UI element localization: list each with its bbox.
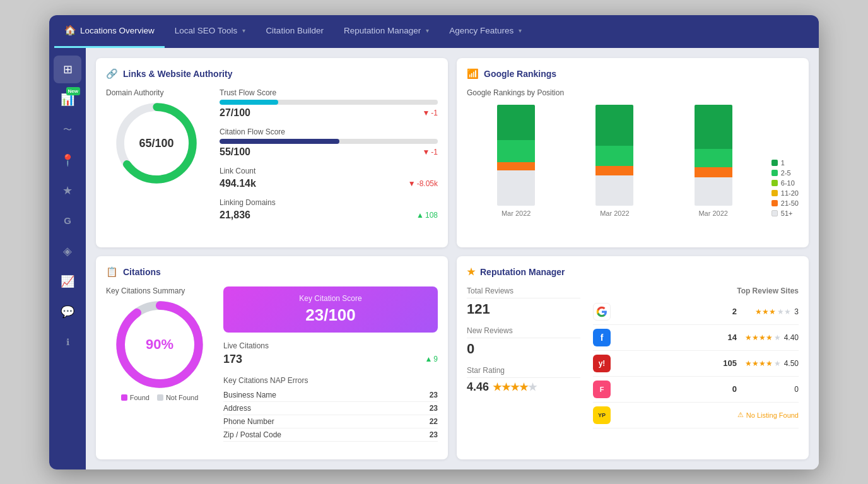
stacked-bar-3 xyxy=(695,105,732,206)
citation-flow-value: 55/100 xyxy=(220,146,250,158)
legend-label-1: 1 xyxy=(781,159,785,167)
info-icon: ℹ xyxy=(66,337,69,347)
nap-business-name-label: Business Name xyxy=(223,391,276,399)
citations-legend: Found Not Found xyxy=(121,394,199,401)
bar-seg-21-50-2 xyxy=(595,166,633,175)
nap-errors-title: Key Citations NAP Errors xyxy=(223,376,438,385)
reputation-title: Reputation Manager xyxy=(480,267,565,277)
legend-label-21-50: 21-50 xyxy=(781,199,799,207)
new-reviews-value: 0 xyxy=(467,341,580,357)
trust-flow-fill xyxy=(220,100,278,105)
arrow-up-icon: ▲ xyxy=(416,211,424,220)
review-site-yelp: y! 105 ★★★★★ 4.50 xyxy=(593,351,799,377)
new-badge: New xyxy=(66,87,80,95)
bar-group-3: Mar 2022 xyxy=(664,105,763,217)
sidebar-item-messages[interactable]: 💬 xyxy=(54,298,81,326)
nav-item-locations-overview[interactable]: 🏠 Locations Overview xyxy=(54,15,165,48)
sidebar-item-reports[interactable]: 📈 xyxy=(54,268,81,295)
nap-row-business-name: Business Name 23 xyxy=(223,389,438,402)
linking-domains-change: ▲ 108 xyxy=(416,211,438,220)
legend-label-51plus: 51+ xyxy=(781,210,793,217)
sidebar-item-reviews[interactable]: ★ xyxy=(54,177,81,204)
citation-flow-track xyxy=(220,139,438,144)
no-listing-text: No Listing Found xyxy=(746,411,799,419)
reputation-header: ★ Reputation Manager xyxy=(467,266,799,278)
trust-flow-change: ▼ -1 xyxy=(422,109,438,117)
citations-title: Citations xyxy=(123,267,161,277)
google-rating: ★★★★★ 3 xyxy=(742,307,799,316)
trust-flow-value: 27/100 xyxy=(220,107,250,119)
sidebar-item-schema[interactable]: ◈ xyxy=(54,237,81,265)
facebook-rating-value: 4.40 xyxy=(784,333,799,342)
rankings-chart: Mar 2022 Mar 2022 xyxy=(467,105,799,217)
citations-content: Key Citations Summary 90% Found xyxy=(106,286,438,442)
found-label: Found xyxy=(130,394,150,401)
citation-flow-group: Citation Flow Score 55/100 ▼ -1 xyxy=(220,127,438,158)
citation-flow-label: Citation Flow Score xyxy=(220,127,438,136)
facebook-rating: ★★★★★ 4.40 xyxy=(742,333,799,342)
bar-seg-6-10-2 xyxy=(595,146,633,166)
live-citations-change: ▲ 9 xyxy=(425,355,438,363)
chevron-down-icon-3: ▾ xyxy=(519,27,522,34)
domain-authority-section: Domain Authority 65/100 xyxy=(106,88,207,230)
schema-icon: ◈ xyxy=(63,244,72,258)
sidebar-item-locations[interactable]: 📍 xyxy=(54,146,81,174)
sidebar-item-info[interactable]: ℹ xyxy=(54,328,81,356)
trust-flow-label: Trust Flow Score xyxy=(220,88,438,97)
reputation-right: Top Review Sites xyxy=(593,286,799,428)
star-rating-value: 4.46 ★★★★★ xyxy=(467,381,580,394)
chevron-down-icon: ▾ xyxy=(242,27,245,34)
arrow-down-icon: ▼ xyxy=(422,109,430,117)
metrics-section: Trust Flow Score 27/100 ▼ -1 xyxy=(220,88,438,230)
star-rating-stat: Star Rating 4.46 ★★★★★ xyxy=(467,366,580,394)
citation-flow-fill xyxy=(220,139,339,144)
arrow-down-icon-2: ▼ xyxy=(422,148,430,156)
facebook-stars: ★★★★ xyxy=(745,333,773,342)
nap-row-phone: Phone Number 22 xyxy=(223,415,438,428)
link-icon: 🔗 xyxy=(106,68,118,80)
sidebar-item-dashboard[interactable]: ⊞ xyxy=(54,56,81,83)
foursquare-rating: 0 xyxy=(742,385,799,394)
legend-dot-1 xyxy=(771,160,778,166)
not-found-dot xyxy=(157,394,163,401)
bar-seg-1-3 xyxy=(695,105,732,149)
key-citation-score-box: Key Citation Score 23/100 xyxy=(223,286,438,333)
total-reviews-stat: Total Reviews 121 xyxy=(467,286,580,317)
key-citations-summary-label: Key Citations Summary xyxy=(106,286,185,295)
trust-flow-track xyxy=(220,100,438,105)
nav-item-local-seo[interactable]: Local SEO Tools ▾ xyxy=(165,15,256,48)
nap-address-label: Address xyxy=(223,404,251,413)
reputation-left: Total Reviews 121 New Reviews 0 Star Rat… xyxy=(467,286,580,428)
trust-flow-group: Trust Flow Score 27/100 ▼ -1 xyxy=(220,88,438,119)
linking-domains-value-row: 21,836 ▲ 108 xyxy=(220,210,438,221)
live-citations-value: 173 xyxy=(223,353,242,366)
stacked-bar-2 xyxy=(595,105,633,206)
sidebar-item-seo[interactable]: 〜 xyxy=(54,116,81,144)
new-reviews-stat: New Reviews 0 xyxy=(467,326,580,357)
live-citations-row: 173 ▲ 9 xyxy=(223,353,438,366)
links-authority-title: Links & Website Authority xyxy=(123,69,232,79)
sidebar-item-google[interactable]: G xyxy=(54,207,81,235)
sidebar-item-analytics[interactable]: New 📊 xyxy=(54,86,81,114)
bar-group-1: Mar 2022 xyxy=(467,105,565,217)
nav-label-local-seo: Local SEO Tools xyxy=(175,26,238,35)
domain-authority-label: Domain Authority xyxy=(106,88,163,97)
key-citation-score-label: Key Citation Score xyxy=(233,294,428,303)
bar-label-3: Mar 2022 xyxy=(698,210,727,217)
star-icon: ★ xyxy=(62,184,73,198)
body-layout: ⊞ New 📊 〜 📍 ★ G ◈ 📈 xyxy=(49,48,819,469)
home-icon: 🏠 xyxy=(64,25,76,36)
nav-item-agency-features[interactable]: Agency Features ▾ xyxy=(439,15,532,48)
nav-item-reputation-manager[interactable]: Reputation Manager ▾ xyxy=(334,15,439,48)
nap-zip-label: Zip / Postal Code xyxy=(223,430,281,439)
rankings-legend: 1 2-5 6-10 11-20 xyxy=(771,159,799,217)
reputation-content: Total Reviews 121 New Reviews 0 Star Rat… xyxy=(467,286,799,428)
pin-icon: 📍 xyxy=(61,153,74,167)
arrow-down-icon-3: ▼ xyxy=(408,179,416,188)
legend-item-6-10: 6-10 xyxy=(771,179,799,187)
legend-label-11-20: 11-20 xyxy=(781,189,799,197)
nav-item-citation-builder[interactable]: Citation Builder xyxy=(255,15,334,48)
top-nav: 🏠 Locations Overview Local SEO Tools ▾ C… xyxy=(49,15,819,48)
not-found-label: Not Found xyxy=(166,394,198,401)
top-review-sites-header: Top Review Sites xyxy=(593,286,799,295)
